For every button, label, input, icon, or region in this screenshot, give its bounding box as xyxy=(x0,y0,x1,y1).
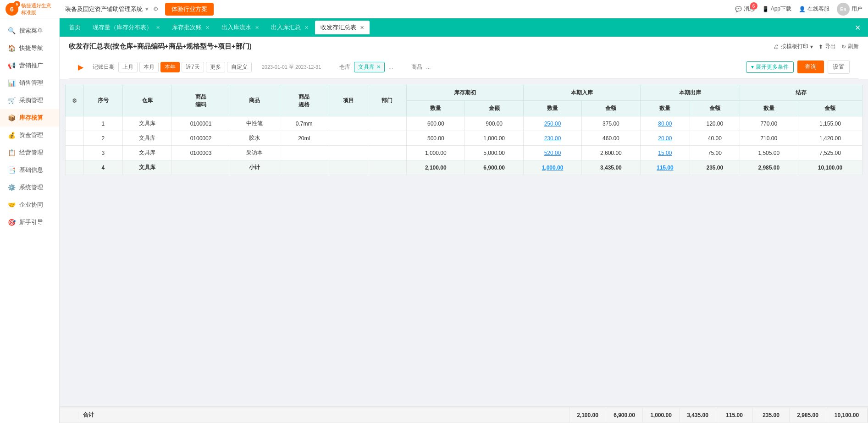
app-logo: 6 6 xyxy=(6,3,18,16)
out-qty-link-2[interactable]: 20.00 xyxy=(640,131,690,146)
subtotal-row: 4 文具库 小计 2,100.00 6,900.00 1,000.00 3,43… xyxy=(66,160,862,175)
date-btn-last-month[interactable]: 上月 xyxy=(118,62,138,72)
filter-collapse-btn[interactable]: ▶ xyxy=(78,63,83,71)
col-settings-icon[interactable]: ⚙ xyxy=(72,98,77,104)
col-in-amt-th: 金额 xyxy=(582,101,640,116)
expand-icon: ▾ xyxy=(751,64,754,70)
subtotal-in-qty[interactable]: 1,000.00 xyxy=(523,160,581,175)
date-filter-label: 记账日期 xyxy=(93,63,115,71)
table-header-row-1: ⚙ 序号 仓库 商品编码 商品 商品规格 项目 部门 库存期初 本期入库 本期出… xyxy=(66,85,862,101)
footer-open-qty: 2,100.00 xyxy=(569,408,606,422)
date-filter-section: 记账日期 上月 本月 本年 近7天 更多 自定义 xyxy=(93,62,252,72)
filter-bar: ▶ 记账日期 上月 本月 本年 近7天 更多 自定义 2023-01-01 至 … xyxy=(69,55,859,79)
goods-more-btn[interactable]: ... xyxy=(426,64,431,70)
sidebar-item-operations[interactable]: 📋 经营管理 xyxy=(0,144,59,161)
title-dropdown-icon[interactable]: ▾ xyxy=(145,5,149,12)
table-row: 2 文具库 0100002 胶水 20ml 500.00 1,000.00 23… xyxy=(66,131,862,146)
query-button[interactable]: 查询 xyxy=(797,60,824,73)
service-icon: 👤 xyxy=(799,6,806,12)
col-spec-th: 商品规格 xyxy=(279,85,329,116)
trial-button[interactable]: 体验行业方案 xyxy=(165,3,214,16)
out-qty-link-3[interactable]: 15.00 xyxy=(640,146,690,160)
sidebar-item-finance[interactable]: 💰 资金管理 xyxy=(0,126,59,144)
date-btn-this-year[interactable]: 本年 xyxy=(160,62,180,72)
col-no-th: 序号 xyxy=(84,85,123,116)
tab-inventory-dist[interactable]: 现存量（库存分布表） ✕ xyxy=(87,21,166,34)
date-btn-this-month[interactable]: 本月 xyxy=(139,62,159,72)
tab-inout-flow[interactable]: 出入库流水 ✕ xyxy=(216,21,265,34)
footer-in-amt: 3,435.00 xyxy=(680,408,716,422)
avatar: Ea xyxy=(837,3,850,16)
col-balance-th: 结存 xyxy=(740,85,862,101)
tab-close-inout-summary[interactable]: ✕ xyxy=(304,25,309,31)
col-setting-th[interactable]: ⚙ xyxy=(66,85,84,116)
in-qty-link-2[interactable]: 230.00 xyxy=(523,131,581,146)
refresh-icon: ↻ xyxy=(841,44,846,50)
table-row: 3 文具库 0100003 采访本 1,000.00 5,000.00 520.… xyxy=(66,146,862,160)
footer-label: 合计 xyxy=(78,407,569,423)
col-project-th: 项目 xyxy=(329,85,368,116)
settings-icon[interactable]: ⚙ xyxy=(153,5,159,12)
newbie-icon: 🎯 xyxy=(7,218,16,226)
system-icon: ⚙️ xyxy=(7,183,16,192)
system-title: 装备及固定资产辅助管理系统 xyxy=(65,5,143,13)
in-qty-link-1[interactable]: 250.00 xyxy=(523,116,581,131)
settings-button[interactable]: 设置 xyxy=(828,60,850,74)
page-content: 收发存汇总表(按仓库+商品编码+商品+规格型号+项目+部门) 🖨 按模板打印 ▾… xyxy=(60,37,868,423)
sidebar-item-system[interactable]: ⚙️ 系统管理 xyxy=(0,179,59,196)
tab-home[interactable]: 首页 xyxy=(63,21,86,34)
refresh-btn[interactable]: ↻ 刷新 xyxy=(841,43,859,50)
sidebar-item-search[interactable]: 🔍 搜索菜单 xyxy=(0,22,59,39)
subtotal-out-qty[interactable]: 115.00 xyxy=(640,160,690,175)
tab-collect-summary[interactable]: 收发存汇总表 ✕ xyxy=(315,21,370,34)
date-btn-7days[interactable]: 近7天 xyxy=(182,62,204,72)
col-out-amt-th: 金额 xyxy=(690,101,740,116)
printer-icon: 🖨 xyxy=(774,44,779,50)
sidebar-item-sales[interactable]: 📊 销售管理 xyxy=(0,74,59,92)
warehouse-more-btn[interactable]: ... xyxy=(388,64,393,70)
table-row: 1 文具库 0100001 中性笔 0.7mm 600.00 900.00 25… xyxy=(66,116,862,131)
sidebar-item-newbie[interactable]: 🎯 新手引导 xyxy=(0,214,59,231)
sidebar-item-purchase[interactable]: 🛒 采购管理 xyxy=(0,92,59,109)
print-btn[interactable]: 🖨 按模板打印 ▾ xyxy=(774,43,813,50)
sidebar-item-inventory[interactable]: 📦 库存核算 xyxy=(0,109,59,126)
export-btn[interactable]: ⬆ 导出 xyxy=(818,43,836,50)
warehouse-tag-close[interactable]: ✕ xyxy=(376,64,381,70)
tab-close-collect-summary[interactable]: ✕ xyxy=(360,25,364,31)
col-out-qty-th: 数量 xyxy=(640,101,690,116)
footer-in-qty: 1,000.00 xyxy=(643,408,680,422)
tab-close-inout-flow[interactable]: ✕ xyxy=(255,25,259,31)
expand-conditions-btn[interactable]: ▾ 展开更多条件 xyxy=(746,61,794,73)
warehouse-tag[interactable]: 文具库 ✕ xyxy=(354,62,385,72)
sales-icon: 📊 xyxy=(7,79,16,87)
footer-bal-qty: 2,985.00 xyxy=(790,408,826,422)
message-icon: 💬 xyxy=(735,6,742,12)
sidebar-item-enterprise[interactable]: 🤝 企业协同 xyxy=(0,196,59,214)
tab-close-inventory-dist[interactable]: ✕ xyxy=(156,25,160,31)
basic-info-icon: 📑 xyxy=(7,166,16,174)
warehouse-filter-section: 仓库 文具库 ✕ ... xyxy=(339,62,393,72)
message-btn[interactable]: 💬 消息 6 xyxy=(735,5,755,13)
page-actions: 🖨 按模板打印 ▾ ⬆ 导出 ↻ 刷新 xyxy=(774,43,859,50)
footer-bal-amt: 10,100.00 xyxy=(826,408,868,422)
logo-badge: 6 xyxy=(14,1,20,7)
tab-bar-close-btn[interactable]: ✕ xyxy=(851,22,864,34)
out-qty-link-1[interactable]: 80.00 xyxy=(640,116,690,131)
date-btn-custom[interactable]: 自定义 xyxy=(227,62,252,72)
sidebar-item-marketing[interactable]: 📢 营销推广 xyxy=(0,57,59,74)
data-table: ⚙ 序号 仓库 商品编码 商品 商品规格 项目 部门 库存期初 本期入库 本期出… xyxy=(65,85,862,175)
tab-batch-account[interactable]: 库存批次账 ✕ xyxy=(166,21,215,34)
user-btn[interactable]: Ea 用户 xyxy=(837,3,862,16)
in-qty-link-3[interactable]: 520.00 xyxy=(523,146,581,160)
date-btn-more[interactable]: 更多 xyxy=(206,62,225,72)
operations-icon: 📋 xyxy=(7,148,16,157)
sidebar-item-basic-info[interactable]: 📑 基础信息 xyxy=(0,161,59,179)
tab-close-batch-account[interactable]: ✕ xyxy=(205,25,210,31)
sidebar-item-quick-nav[interactable]: 🏠 快捷导航 xyxy=(0,39,59,57)
header-right: 💬 消息 6 📱 App下载 👤 在线客服 Ea 用户 xyxy=(735,3,862,16)
app-download-btn[interactable]: 📱 App下载 xyxy=(762,5,791,13)
app-title-area: 装备及固定资产辅助管理系统 ▾ ⚙ 体验行业方案 xyxy=(65,3,735,16)
tab-inout-summary[interactable]: 出入库汇总 ✕ xyxy=(265,21,314,34)
col-code-th: 商品编码 xyxy=(171,85,230,116)
online-service-btn[interactable]: 👤 在线客服 xyxy=(799,5,829,13)
